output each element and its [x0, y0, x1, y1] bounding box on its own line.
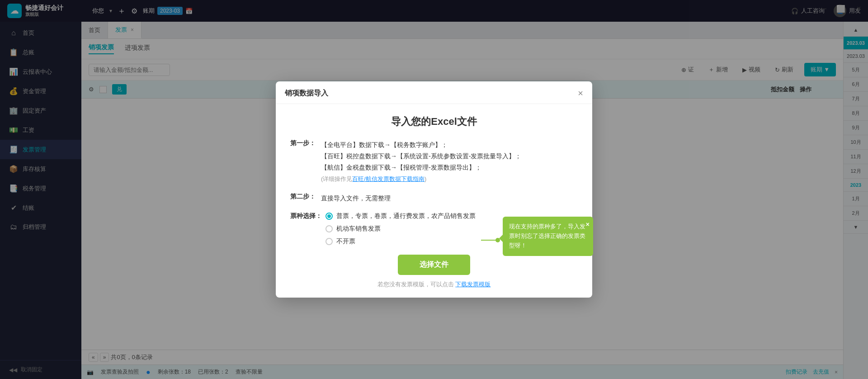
step2-content: 直接导入文件，无需整理 [321, 193, 391, 204]
radio-motor[interactable]: 机动车销售发票 [326, 225, 476, 233]
ticket-select-row: 票种选择： 普票，专票，卷票，通行费发票，农产品销售发票 机动车销售发票 [290, 212, 578, 246]
radio-general-label: 普票，专票，卷票，通行费发票，农产品销售发票 [336, 212, 476, 220]
radio-no-ticket-label: 不开票 [336, 237, 355, 246]
radio-circle-motor [326, 225, 333, 232]
radio-circle-no-ticket [326, 238, 333, 245]
download-template-link[interactable]: 下载发票模版 [455, 281, 491, 288]
tooltip-close-btn[interactable]: × [586, 219, 590, 229]
step1-label: 第一步： [290, 139, 317, 185]
step1-row: 第一步： 【全电平台】数据下载→【税务数字账户】； 【百旺】税控盘数据下载→【系… [290, 139, 578, 185]
modal-body: 导入您的Excel文件 第一步： 【全电平台】数据下载→【税务数字账户】； 【百… [276, 104, 592, 298]
modal-overlay: 销项数据导入 × 导入您的Excel文件 第一步： 【全电平台】数据下载→【税务… [0, 0, 868, 379]
modal-title: 销项数据导入 [285, 89, 328, 98]
step1-guide-link: (详细操作见百旺/航信发票数据下载指南) [321, 173, 521, 185]
import-modal: 销项数据导入 × 导入您的Excel文件 第一步： 【全电平台】数据下载→【税务… [276, 81, 592, 298]
tooltip-bubble: × 现在支持的票种多了，导入发票时别忘了选择正确的发票类型呀！ [503, 217, 593, 256]
step-1: 第一步： 【全电平台】数据下载→【税务数字账户】； 【百旺】税控盘数据下载→【系… [290, 139, 578, 185]
step1-line-2: 【百旺】税控盘数据下载→【系统设置-系统参数设置-发票批量导入】； [321, 151, 521, 162]
radio-motor-label: 机动车销售发票 [336, 225, 381, 233]
tooltip-connector-line [481, 240, 499, 241]
modal-close-btn[interactable]: × [578, 89, 583, 98]
guide-link[interactable]: 百旺/航信发票数据下载指南 [352, 175, 425, 182]
radio-group: 普票，专票，卷票，通行费发票，农产品销售发票 机动车销售发票 不开票 × [326, 212, 476, 246]
modal-header: 销项数据导入 × [276, 81, 592, 104]
step2-row: 第二步： 直接导入文件，无需整理 [290, 193, 578, 204]
tooltip-text: 现在支持的票种多了，导入发票时别忘了选择正确的发票类型呀！ [509, 223, 585, 249]
step2-label: 第二步： [290, 193, 317, 204]
radio-no-ticket[interactable]: 不开票 [326, 237, 476, 246]
step1-line-3: 【航信】金税盘数据下载→【报税管理-发票数据导出】； [321, 162, 521, 173]
radio-general[interactable]: 普票，专票，卷票，通行费发票，农产品销售发票 [326, 212, 476, 220]
radio-circle-general [326, 213, 333, 220]
ticket-select-label: 票种选择： [290, 212, 322, 246]
modal-footer-hint: 若您没有发票模版，可以点击 下载发票模版 [290, 280, 578, 289]
step1-line-1: 【全电平台】数据下载→【税务数字账户】； [321, 139, 521, 151]
ticket-select: 票种选择： 普票，专票，卷票，通行费发票，农产品销售发票 机动车销售发票 [290, 212, 578, 246]
step-2: 第二步： 直接导入文件，无需整理 [290, 193, 578, 204]
select-file-btn[interactable]: 选择文件 [398, 255, 470, 275]
step1-content: 【全电平台】数据下载→【税务数字账户】； 【百旺】税控盘数据下载→【系统设置-系… [321, 139, 521, 185]
modal-main-title: 导入您的Excel文件 [290, 115, 578, 128]
